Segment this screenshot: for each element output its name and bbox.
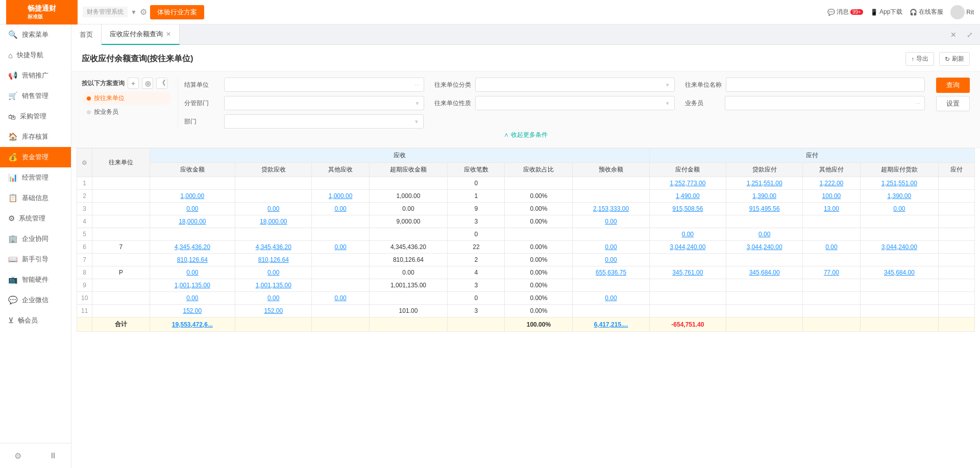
table-cell[interactable] xyxy=(803,292,860,305)
table-cell[interactable]: 1,001,135.00 xyxy=(150,279,235,292)
sidebar-settings-btn[interactable]: ⚙ xyxy=(10,448,26,464)
table-cell[interactable] xyxy=(860,254,939,266)
tab-ar-ap[interactable]: 应收应付余额查询 ✕ xyxy=(102,24,180,45)
sidebar-item-guide[interactable]: 📖 新手引导 xyxy=(0,249,71,269)
table-cell[interactable]: 0.00 xyxy=(150,292,235,305)
table-cell[interactable] xyxy=(312,177,369,190)
table-cell[interactable] xyxy=(312,266,369,279)
table-cell[interactable] xyxy=(860,279,939,292)
table-cell[interactable] xyxy=(235,177,312,190)
table-cell[interactable]: 1,252,773.00 xyxy=(649,177,726,190)
table-cell[interactable]: 1,251,551.00 xyxy=(726,177,803,190)
query-button[interactable]: 查询 xyxy=(936,78,970,93)
filter-by-partner[interactable]: 按往来单位 xyxy=(82,92,172,105)
message-btn[interactable]: 💬 消息 99+ xyxy=(827,8,863,16)
table-cell[interactable]: 18,000.00 xyxy=(235,215,312,228)
app-download-btn[interactable]: 📱 App下载 xyxy=(870,8,902,16)
table-cell[interactable] xyxy=(726,305,803,317)
table-cell[interactable]: 77.00 xyxy=(803,266,860,279)
chevron-down-icon[interactable]: ▼ xyxy=(131,9,137,16)
table-cell[interactable] xyxy=(649,215,726,228)
table-cell[interactable] xyxy=(860,215,939,228)
table-cell[interactable] xyxy=(649,279,726,292)
table-cell[interactable]: 810,126.64 xyxy=(150,254,235,266)
table-cell[interactable]: 0.00 xyxy=(649,228,726,241)
table-cell[interactable] xyxy=(803,254,860,266)
sidebar-item-warehouse[interactable]: 🏠 库存核算 xyxy=(0,127,71,147)
table-cell[interactable]: 1,390.00 xyxy=(860,190,939,203)
table-cell[interactable]: 1,001,135.00 xyxy=(235,279,312,292)
table-cell[interactable] xyxy=(235,228,312,241)
sidebar-item-cooperation[interactable]: 🏢 企业协同 xyxy=(0,229,71,249)
setting-button[interactable]: 设置 xyxy=(936,96,970,111)
collapse-more-conditions[interactable]: ∧ 收起更多条件 xyxy=(82,129,970,141)
table-cell[interactable] xyxy=(726,279,803,292)
table-cell[interactable]: 3,044,240.00 xyxy=(726,241,803,254)
table-cell[interactable] xyxy=(726,292,803,305)
table-cell[interactable] xyxy=(649,254,726,266)
department-input[interactable]: ▼ xyxy=(224,114,424,129)
sidebar-item-hardware[interactable]: 📺 智能硬件 xyxy=(0,269,71,290)
table-cell[interactable]: 0.00 xyxy=(573,215,649,228)
table-cell[interactable]: 915,508.56 xyxy=(649,203,726,215)
table-cell[interactable]: 0.00 xyxy=(235,292,312,305)
sidebar-item-quick-nav[interactable]: ⌂ 快捷导航 xyxy=(0,45,71,65)
table-cell[interactable]: 3,044,240.00 xyxy=(860,241,939,254)
edit-scheme-btn[interactable]: ◎ xyxy=(142,78,153,89)
table-cell[interactable]: 655,636.75 xyxy=(573,266,649,279)
sidebar-item-wechat[interactable]: 💬 企业微信 xyxy=(0,290,71,310)
table-cell[interactable]: 3,044,240.00 xyxy=(649,241,726,254)
solution-button[interactable]: 体验行业方案 xyxy=(150,5,204,19)
table-cell[interactable] xyxy=(803,305,860,317)
table-cell[interactable]: 0.00 xyxy=(235,266,312,279)
table-cell[interactable]: 0.00 xyxy=(726,228,803,241)
table-cell[interactable]: 1,490.00 xyxy=(649,190,726,203)
table-cell[interactable]: 4,345,436.20 xyxy=(150,241,235,254)
sidebar-item-marketing[interactable]: 📢 营销推广 xyxy=(0,65,71,86)
table-cell[interactable]: 345,684.00 xyxy=(860,266,939,279)
table-cell[interactable]: 18,000.00 xyxy=(150,215,235,228)
sidebar-item-search-menu[interactable]: 🔍 搜索菜单 xyxy=(0,24,71,45)
table-cell[interactable]: 0.00 xyxy=(150,266,235,279)
table-cell[interactable]: 0.00 xyxy=(312,203,369,215)
table-cell[interactable]: 0.00 xyxy=(312,241,369,254)
table-cell[interactable] xyxy=(860,305,939,317)
table-cell[interactable] xyxy=(803,215,860,228)
table-cell[interactable] xyxy=(150,228,235,241)
sidebar-collapse-btn[interactable]: ⏸ xyxy=(45,448,61,464)
table-cell[interactable] xyxy=(573,228,649,241)
table-cell[interactable] xyxy=(573,279,649,292)
gear-icon[interactable]: ⚙ xyxy=(140,7,147,17)
user-info[interactable]: Rit xyxy=(950,5,974,19)
table-cell[interactable]: 0.00 xyxy=(860,203,939,215)
table-cell[interactable]: 810,126.64 xyxy=(235,254,312,266)
tab-close-icon[interactable]: ✕ xyxy=(166,31,171,38)
sidebar-item-operation[interactable]: 📊 经营管理 xyxy=(0,167,71,188)
sidebar-item-system[interactable]: ⚙ 系统管理 xyxy=(0,208,71,229)
table-cell[interactable]: 0.00 xyxy=(573,254,649,266)
filter-by-salesperson[interactable]: 按业务员 xyxy=(82,106,172,118)
partner-category-input[interactable]: ▼ xyxy=(475,78,674,92)
table-cell[interactable] xyxy=(649,292,726,305)
settlement-unit-input[interactable]: ··· xyxy=(224,78,424,92)
table-cell[interactable]: 2,153,333.00 xyxy=(573,203,649,215)
refresh-button[interactable]: ↻ 刷新 xyxy=(939,52,970,66)
tab-home[interactable]: 首页 xyxy=(71,24,102,45)
table-gear-icon[interactable]: ⚙ xyxy=(81,159,88,166)
table-cell[interactable]: 0.00 xyxy=(150,203,235,215)
table-cell[interactable] xyxy=(312,215,369,228)
table-cell[interactable]: 1,000.00 xyxy=(312,190,369,203)
table-cell[interactable] xyxy=(649,305,726,317)
table-cell[interactable]: 0.00 xyxy=(573,241,649,254)
table-cell[interactable]: 100.00 xyxy=(803,190,860,203)
sidebar-item-purchase[interactable]: 🛍 采购管理 xyxy=(0,106,71,127)
table-cell[interactable] xyxy=(312,279,369,292)
sidebar-item-sales[interactable]: 🛒 销售管理 xyxy=(0,86,71,106)
table-cell[interactable] xyxy=(860,292,939,305)
table-cell[interactable]: 152.00 xyxy=(235,305,312,317)
tab-expand-btn[interactable]: ⤢ xyxy=(964,29,976,41)
table-cell[interactable] xyxy=(860,228,939,241)
table-cell[interactable] xyxy=(312,228,369,241)
table-cell[interactable] xyxy=(573,177,649,190)
th-settings[interactable]: ⚙ xyxy=(77,149,92,177)
